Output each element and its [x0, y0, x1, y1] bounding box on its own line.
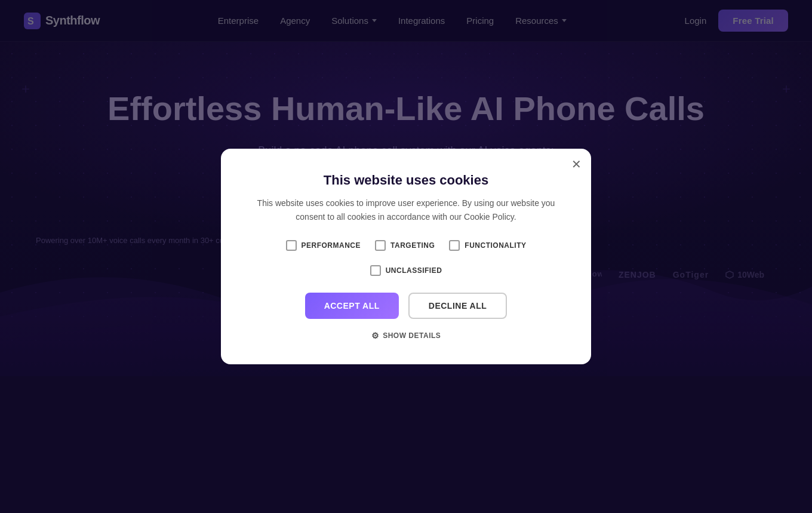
cookie-category-unclassified[interactable]: UNCLASSIFIED: [370, 265, 442, 276]
show-details-label: SHOW DETAILS: [383, 331, 441, 340]
show-details-link[interactable]: ⚙ SHOW DETAILS: [247, 331, 565, 340]
cookie-category-performance[interactable]: PERFORMANCE: [286, 240, 361, 251]
performance-checkbox[interactable]: [286, 240, 297, 251]
functionality-checkbox[interactable]: [449, 240, 460, 251]
cookie-modal: ✕ This website uses cookies This website…: [221, 149, 591, 364]
cookie-title: This website uses cookies: [247, 173, 565, 188]
cookie-buttons: ACCEPT ALL DECLINE ALL: [247, 293, 565, 319]
targeting-checkbox[interactable]: [375, 240, 386, 251]
performance-label: PERFORMANCE: [302, 241, 361, 250]
cookie-category-functionality[interactable]: FUNCTIONALITY: [449, 240, 526, 251]
unclassified-label: UNCLASSIFIED: [386, 266, 442, 275]
gear-icon: ⚙: [371, 331, 380, 340]
decline-all-button[interactable]: DECLINE ALL: [408, 293, 508, 319]
accept-all-button[interactable]: ACCEPT ALL: [305, 293, 399, 319]
functionality-label: FUNCTIONALITY: [465, 241, 526, 250]
cookie-category-targeting[interactable]: TARGETING: [375, 240, 435, 251]
targeting-label: TARGETING: [390, 241, 435, 250]
cookie-overlay: ✕ This website uses cookies This website…: [0, 0, 812, 513]
cookie-description: This website uses cookies to improve use…: [247, 196, 565, 223]
cookie-close-button[interactable]: ✕: [571, 158, 582, 170]
unclassified-checkbox[interactable]: [370, 265, 381, 276]
cookie-categories: PERFORMANCE TARGETING FUNCTIONALITY UNCL…: [247, 240, 565, 276]
